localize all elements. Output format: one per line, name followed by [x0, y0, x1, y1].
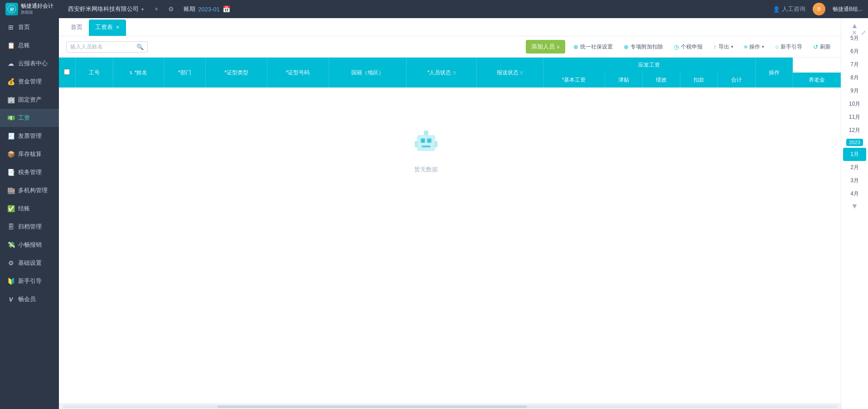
th-employee-id: 工号 [75, 58, 113, 88]
sidebar-item-archive[interactable]: 🗄 归档管理 [0, 218, 59, 236]
select-all-checkbox[interactable] [64, 69, 70, 75]
content-area: 首页 工资表 ✕ 🔍 添加人员 ∨ ⊕ 统一社保设置 ⊕ [59, 18, 841, 409]
month-item-2023-4[interactable]: 4月 [841, 187, 868, 200]
refresh-icon: ↺ [813, 44, 818, 50]
bottom-scrollbar[interactable] [59, 404, 841, 409]
tab-bar: 首页 工资表 ✕ [59, 18, 841, 36]
search-input[interactable] [70, 44, 134, 50]
export-button[interactable]: ↑ 导出 ▾ [711, 41, 736, 53]
customer-service-button[interactable]: 👤 人工咨询 [773, 5, 805, 13]
sidebar: ⊞ 首页 📋 总账 ☁ 云报表中心 💰 资金管理 🏢 固定资产 💵 工资 🧾 发… [0, 18, 59, 409]
month-item-2022-12[interactable]: 12月 [841, 124, 868, 137]
refresh-label: 刷新 [820, 43, 831, 51]
expand-panel-button[interactable]: ⤢ [860, 28, 867, 37]
month-item-2023-3[interactable]: 3月 [841, 174, 868, 187]
sidebar-item-invoice[interactable]: 🧾 发票管理 [0, 127, 59, 145]
month-item-2022-6[interactable]: 6月 [841, 45, 868, 58]
sidebar-item-multi-org[interactable]: 🏬 多机构管理 [0, 181, 59, 200]
add-person-label: 添加人员 [531, 43, 555, 51]
month-item-2023-1[interactable]: 1月 [843, 148, 866, 161]
sidebar-item-fixed-assets[interactable]: 🏢 固定资产 [0, 91, 59, 109]
refresh-button[interactable]: ↺ 刷新 [810, 41, 834, 53]
extra-deduction-button[interactable]: ⊕ 专项附加扣除 [621, 41, 666, 53]
member-icon: V [7, 296, 15, 303]
sidebar-item-salary[interactable]: 💵 工资 [0, 109, 59, 127]
sidebar-item-checkout[interactable]: ✅ 结账 [0, 200, 59, 218]
new-guide-button[interactable]: ○ 新手引导 [772, 41, 805, 53]
add-person-button[interactable]: 添加人员 ∨ [526, 40, 565, 54]
company-selector[interactable]: 西安虾米网络科技有限公司 ▾ [68, 5, 144, 13]
search-icon[interactable]: 🔍 [136, 44, 144, 50]
month-item-2022-7[interactable]: 7月 [841, 58, 868, 71]
month-item-2022-10[interactable]: 10月 [841, 97, 868, 111]
settings-button[interactable]: ⚙ [165, 4, 176, 15]
personal-tax-icon: ◷ [674, 44, 679, 50]
person-status-filter-icon[interactable]: ▽ [453, 71, 456, 75]
sidebar-item-ledger[interactable]: 📋 总账 [0, 36, 59, 54]
calendar-icon[interactable]: 📅 [223, 5, 230, 13]
ledger-icon: 📋 [7, 42, 15, 49]
tab-salary-table[interactable]: 工资表 ✕ [89, 19, 126, 36]
user-avatar[interactable]: B [813, 3, 825, 15]
invoice-icon: 🧾 [7, 132, 15, 140]
svg-rect-6 [424, 131, 428, 135]
new-guide-label: 新手引导 [781, 43, 802, 51]
th-performance: 绩效 [642, 73, 680, 88]
app-edition: 旗舰版 [21, 10, 53, 15]
new-guide-icon: ○ [775, 44, 779, 50]
sidebar-item-inventory[interactable]: 📦 库存核算 [0, 145, 59, 163]
month-item-2022-11[interactable]: 11月 [841, 111, 868, 124]
panel-nav-down[interactable]: ▼ [849, 200, 860, 212]
sidebar-item-new-guide[interactable]: 🔰 新手引导 [0, 272, 59, 290]
salary-icon: 💵 [7, 114, 15, 122]
th-name[interactable]: ⇅ *姓名 [113, 58, 164, 88]
sidebar-label-home: 首页 [18, 23, 30, 31]
period-label: 账期 [184, 5, 195, 13]
archive-icon: 🗄 [7, 223, 15, 230]
sidebar-item-basic-settings[interactable]: ⚙ 基础设置 [0, 254, 59, 272]
svg-text:好: 好 [10, 7, 15, 12]
sidebar-item-tax[interactable]: 📑 税务管理 [0, 163, 59, 181]
th-allowance: 津贴 [605, 73, 642, 88]
company-name: 西安虾米网络科技有限公司 [68, 5, 139, 13]
th-name-sort-icon: ⇅ [129, 71, 133, 75]
month-item-2022-8[interactable]: 8月 [841, 71, 868, 84]
sidebar-label-salary: 工资 [18, 114, 30, 122]
salary-table: 工号 ⇅ *姓名 *部门 *证型类型 *证型号码 国籍（地区） *人员状态 ▽ [59, 58, 841, 210]
sidebar-item-member[interactable]: V 畅会员 [0, 290, 59, 308]
personal-tax-button[interactable]: ◷ 个税申报 [671, 41, 705, 53]
personal-tax-label: 个税申报 [681, 43, 703, 51]
settings-icon: ⚙ [7, 259, 15, 267]
extra-deduction-label: 专项附加扣除 [630, 43, 663, 51]
sidebar-item-cloud-report[interactable]: ☁ 云报表中心 [0, 54, 59, 73]
report-status-filter-icon[interactable]: ▽ [520, 71, 523, 75]
month-item-2022-9[interactable]: 9月 [841, 84, 868, 97]
service-label: 人工咨询 [782, 5, 805, 13]
operations-button[interactable]: ≡ 操作 ▾ [742, 41, 767, 53]
main-layout: ⊞ 首页 📋 总账 ☁ 云报表中心 💰 资金管理 🏢 固定资产 💵 工资 🧾 发… [0, 18, 868, 409]
svg-rect-2 [417, 135, 435, 151]
month-item-2023-2[interactable]: 2月 [841, 161, 868, 174]
sidebar-item-expense[interactable]: 💸 小畅报销 [0, 236, 59, 254]
top-header: 好 畅捷通好会计 旗舰版 西安虾米网络科技有限公司 ▾ ＋ ⚙ 账期 2023-… [0, 0, 868, 18]
sidebar-item-home[interactable]: ⊞ 首页 [0, 18, 59, 36]
sidebar-item-capital[interactable]: 💰 资金管理 [0, 73, 59, 91]
sidebar-label-settings: 基础设置 [18, 259, 42, 267]
operations-arrow: ▾ [762, 44, 764, 49]
username-label[interactable]: 畅捷通B组... [833, 5, 863, 13]
checkout-icon: ✅ [7, 205, 15, 212]
close-panel-button[interactable]: ✕ [851, 28, 858, 37]
add-company-button[interactable]: ＋ [151, 4, 162, 15]
scrollbar-thumb[interactable] [218, 405, 528, 408]
tab-close-icon[interactable]: ✕ [116, 24, 120, 30]
social-security-button[interactable]: ⊕ 统一社保设置 [571, 41, 616, 53]
th-checkbox[interactable] [59, 58, 75, 88]
empty-text: 暂无数据 [414, 166, 438, 174]
tab-home[interactable]: 首页 [64, 19, 89, 36]
header-actions: ＋ ⚙ [151, 4, 176, 15]
period-value[interactable]: 2023-01 [198, 6, 220, 13]
app-name: 畅捷通好会计 [21, 3, 53, 9]
window-controls [861, 0, 868, 4]
search-input-wrap: 🔍 [66, 41, 148, 53]
cloud-icon: ☁ [7, 60, 15, 67]
